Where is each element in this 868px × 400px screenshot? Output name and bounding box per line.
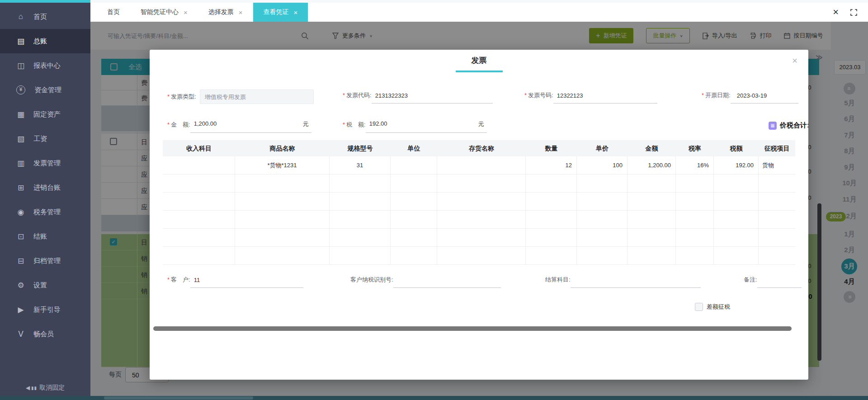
sidebar-item-home[interactable]: ⌂首页 [0, 5, 90, 29]
modal-horizontal-scrollbar[interactable] [153, 326, 792, 331]
sidebar-item-settings[interactable]: ⚙设置 [0, 273, 90, 297]
gear-icon: ⚙ [15, 281, 26, 290]
cell-unit[interactable] [391, 156, 437, 174]
required-mark: * [167, 93, 170, 100]
invoice-code-field[interactable]: 2131322323 [372, 92, 493, 104]
sidebar-item-invoice-mgmt[interactable]: ▥发票管理 [0, 151, 90, 175]
sidebar-item-label: 首页 [33, 13, 47, 21]
sidebar: ⌂首页 ▤总账 ◫报表中心 ¥资金管理 ▦固定资产 ▧工资 ▥发票管理 ⊞进销台… [0, 0, 90, 400]
label-text: 开票日期: [705, 92, 731, 99]
cell-tax-rate[interactable]: 16% [676, 156, 714, 174]
invoice-date-group: *开票日期: 2023-03-19 [702, 91, 798, 104]
cell-tax-item[interactable]: 货物 [759, 156, 795, 174]
tab-smart-voucher-center[interactable]: 智能凭证中心× [130, 3, 198, 22]
cell-spec-model[interactable]: 31 [330, 156, 391, 174]
cell-quantity[interactable]: 12 [526, 156, 577, 174]
unpin-sidebar-button[interactable]: ◀▮▮ 取消固定 [0, 380, 90, 395]
customer-tax-id-group: 客户纳税识别号: [350, 276, 501, 288]
label-text: 发票号码: [528, 92, 553, 99]
invoice-type-field[interactable]: 增值税专用发票 [200, 89, 314, 104]
sidebar-item-tax-mgmt[interactable]: ◉税务管理 [0, 200, 90, 224]
col-amount: 金额 [627, 140, 676, 158]
sidebar-item-fixed-assets[interactable]: ▦固定资产 [0, 102, 90, 127]
col-unit-price: 单价 [577, 140, 627, 158]
cell-product-name[interactable]: *货物*1231 [235, 156, 330, 174]
customer-field[interactable]: 11 [190, 277, 303, 288]
invoice-date-field[interactable]: 2023-03-19 [731, 92, 798, 104]
fullscreen-icon[interactable] [850, 9, 857, 16]
invoice-number-field[interactable]: 12322123 [553, 92, 657, 104]
cell-inventory-name[interactable] [437, 156, 526, 174]
unpin-icon-bars: ▮▮ [31, 386, 37, 391]
close-icon[interactable]: × [294, 9, 298, 16]
window-close-icon[interactable]: × [833, 7, 839, 17]
table-row-empty [163, 211, 795, 229]
sidebar-item-closing[interactable]: ⊡结账 [0, 224, 90, 249]
total-with-tax-label: 价税合计: [780, 121, 808, 130]
required-mark: * [167, 276, 170, 283]
ledger-icon: ▤ [15, 37, 26, 46]
tab-bar: 首页 智能凭证中心× 选择发票× 查看凭证× × [90, 3, 868, 22]
title-underline [456, 71, 503, 72]
cell-tax-amount[interactable]: 192.00 [714, 156, 759, 174]
sidebar-item-label: 归档管理 [33, 257, 61, 265]
horizontal-scrollbar-thumb[interactable] [104, 396, 253, 400]
invoice-number-group: *发票号码: 12322123 [524, 91, 657, 104]
dialog-close-icon[interactable]: × [792, 56, 797, 65]
tab-view-voucher[interactable]: 查看凭证× [253, 3, 308, 22]
unit-label: 元 [303, 120, 311, 128]
table-row-empty [163, 193, 795, 211]
sidebar-item-label: 固定资产 [33, 110, 61, 119]
sidebar-item-funds[interactable]: ¥资金管理 [0, 78, 90, 102]
field-value: 1,200.00 [194, 120, 217, 127]
col-income-account: 收入科目 [163, 140, 235, 158]
sidebar-item-reports[interactable]: ◫报表中心 [0, 53, 90, 78]
label-text: 金 额: [171, 121, 190, 128]
sidebar-item-archive[interactable]: ⊟归档管理 [0, 249, 90, 273]
cell-unit-price[interactable]: 100 [577, 156, 627, 174]
cell-income-account[interactable] [163, 156, 235, 174]
sidebar-item-guide[interactable]: ▶新手引导 [0, 297, 90, 322]
required-mark: * [702, 92, 704, 99]
sidebar-item-trade-ledger[interactable]: ⊞进销台账 [0, 175, 90, 200]
diff-tax-option: 差额征税 [695, 303, 730, 311]
tax-field[interactable]: 192.00元 [366, 120, 487, 133]
invoice-code-group: *发票代码: 2131322323 [343, 91, 493, 104]
app-window: ⌂首页 ▤总账 ◫报表中心 ¥资金管理 ▦固定资产 ▧工资 ▥发票管理 ⊞进销台… [0, 0, 868, 400]
sidebar-item-payroll[interactable]: ▧工资 [0, 127, 90, 151]
tab-select-invoice[interactable]: 选择发票× [198, 3, 253, 22]
table-row-empty [163, 229, 795, 247]
tab-home[interactable]: 首页 [97, 3, 130, 22]
sidebar-item-member[interactable]: Ⅴ畅会员 [0, 322, 90, 346]
customer-group: *客 户: 11 [167, 276, 303, 288]
remark-field[interactable] [757, 283, 802, 288]
sidebar-accent-strip [0, 0, 90, 3]
invoice-icon: ▥ [15, 159, 26, 168]
fixed-assets-icon: ▦ [15, 110, 26, 119]
sidebar-item-label: 总账 [33, 37, 47, 46]
sidebar-item-general-ledger[interactable]: ▤总账 [0, 29, 90, 53]
settlement-account-field[interactable] [571, 283, 701, 288]
field-label: *税 额: [343, 121, 366, 133]
label-text: 备注: [744, 276, 757, 283]
settlement-account-group: 结算科目: [545, 276, 701, 288]
tax-icon: ◉ [15, 207, 26, 217]
cell-amount[interactable]: 1,200.00 [627, 156, 676, 174]
amount-field[interactable]: 1,200.00元 [190, 120, 311, 133]
diff-tax-checkbox[interactable] [695, 303, 703, 311]
report-center-icon: ◫ [15, 61, 26, 71]
close-icon[interactable]: × [239, 9, 243, 16]
table-row-empty [163, 247, 795, 265]
close-icon[interactable]: × [184, 9, 188, 16]
table-row-empty [163, 174, 795, 193]
label-text: 发票类型: [171, 93, 196, 100]
customer-tax-id-field[interactable] [393, 283, 501, 288]
label-text: 结算科目: [545, 276, 571, 283]
tax-group: *税 额: 192.00元 [343, 120, 487, 133]
table-row: *货物*1231 31 12 100 1,200.00 16% 192.00 货… [163, 156, 795, 174]
payroll-icon: ▧ [15, 134, 26, 144]
archive-icon: ⊟ [15, 256, 26, 266]
col-tax-amount: 税额 [714, 140, 759, 158]
unit-label: 元 [478, 120, 486, 128]
col-tax-rate: 税率 [676, 140, 714, 158]
